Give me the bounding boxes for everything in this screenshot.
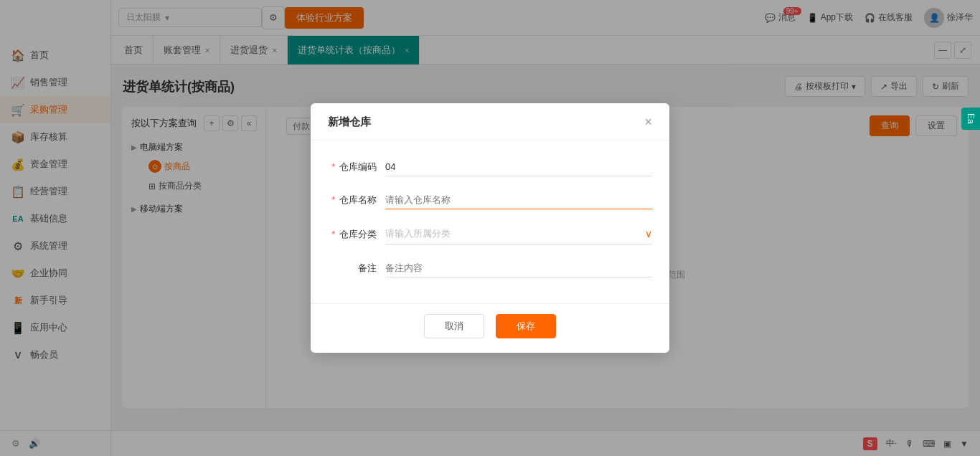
dialog-header: 新增仓库 × [311,103,669,141]
form-row-note: 备注 [328,259,652,277]
save-button[interactable]: 保存 [496,314,556,338]
cancel-button[interactable]: 取消 [424,314,484,338]
form-row-category: * 仓库分类 请输入所属分类 ∨ [328,224,652,244]
category-select[interactable]: 请输入所属分类 ∨ [385,224,652,244]
form-row-code: * 仓库编码 [328,158,652,176]
note-input[interactable] [385,259,652,277]
form-row-name: * 仓库名称 [328,191,652,209]
dialog-close-button[interactable]: × [644,115,652,130]
ea-badge[interactable]: Ea [961,108,980,130]
category-label: * 仓库分类 [328,228,385,241]
add-warehouse-dialog: 新增仓库 × * 仓库编码 * 仓库名称 [311,103,669,353]
category-dropdown-icon: ∨ [645,228,652,239]
name-label: * 仓库名称 [328,194,385,206]
dialog-body: * 仓库编码 * 仓库名称 * 仓库分类 请输入所属 [311,141,669,303]
dialog-footer: 取消 保存 [311,303,669,353]
modal-overlay: 新增仓库 × * 仓库编码 * 仓库名称 [0,0,980,456]
dialog-title: 新增仓库 [328,115,371,129]
code-label: * 仓库编码 [328,161,385,174]
name-input[interactable] [385,191,652,209]
code-input[interactable] [385,158,652,176]
note-label: 备注 [328,262,385,275]
